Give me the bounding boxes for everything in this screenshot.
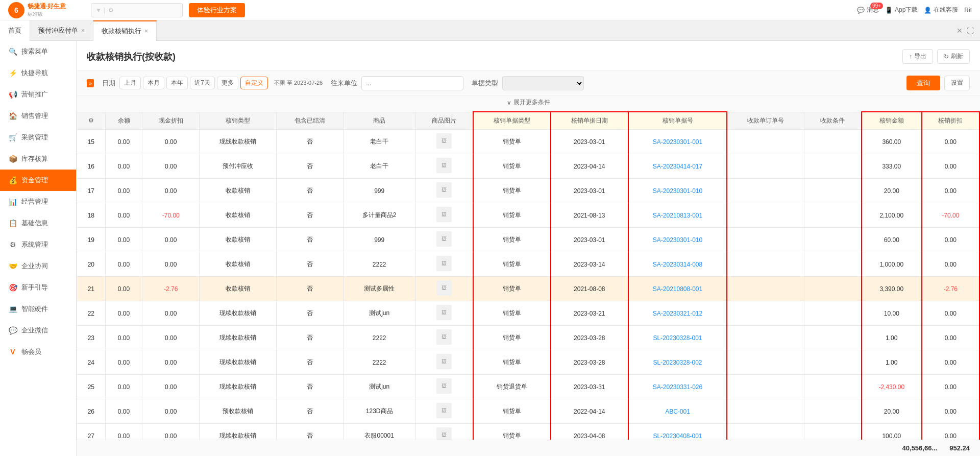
cell-bill-report-type: 销货单 <box>473 301 551 326</box>
partner-input[interactable] <box>361 76 463 90</box>
bill-no-link[interactable]: SA-20210808-001 <box>653 285 702 293</box>
sidebar-item-inventory[interactable]: 📦 库存核算 <box>0 148 76 170</box>
sidebar-label-wechat: 企业微信 <box>21 326 48 335</box>
bill-no-link[interactable]: SA-20230331-026 <box>653 383 702 391</box>
bill-no-link[interactable]: SL-20230408-001 <box>653 433 702 440</box>
cell-cancel-discount: 0.00 <box>922 252 979 277</box>
bill-no-link[interactable]: ABC-001 <box>665 408 690 415</box>
window-expand-icon[interactable]: ⛶ <box>967 27 974 35</box>
app-logo: 6 畅捷通·好生意 标准版 <box>8 2 85 18</box>
cell-goods-image: 🖼 <box>415 399 473 424</box>
date-buttons: 上月 本月 本年 近7天 更多 自定义 <box>119 77 268 89</box>
gear-icon[interactable]: ⚙ <box>108 7 114 14</box>
cell-bill-date: 2021-08-08 <box>551 277 628 301</box>
cell-cancel-discount: 0.00 <box>922 399 979 424</box>
tab-collection[interactable]: 收款核销执行 × <box>93 20 157 41</box>
tab-prepayment-label: 预付冲应付单 <box>38 26 78 35</box>
cell-collection-order-no <box>727 130 804 154</box>
cell-cash-discount: 0.00 <box>142 326 200 350</box>
cell-cash-discount: 0.00 <box>142 179 200 203</box>
data-table: ⚙ 余额 现金折扣 核销类型 包含已结清 商品 商品图片 核销单据类型 核销单据… <box>77 111 980 440</box>
sidebar-label-hardware: 智能硬件 <box>21 304 48 314</box>
trial-btn[interactable]: 体验行业方案 <box>189 3 245 17</box>
refresh-btn[interactable]: ↻ 刷新 <box>937 49 970 64</box>
cell-bill-date: 2023-04-14 <box>551 154 628 179</box>
bill-no-link[interactable]: SA-20230301-010 <box>653 236 702 244</box>
cell-cancel-type: 现续收款核销 <box>200 424 277 440</box>
date-btn-this-month[interactable]: 本月 <box>143 77 164 89</box>
sidebar-item-cooperation[interactable]: 🤝 企业协同 <box>0 255 76 277</box>
sidebar-item-sales[interactable]: 🏠 销售管理 <box>0 105 76 127</box>
sidebar-label-basic: 基础信息 <box>21 219 48 228</box>
message-btn[interactable]: 💬 消息 99+ <box>857 6 879 14</box>
tab-bar-actions: ✕ ⛶ <box>957 27 980 35</box>
sidebar-item-fund[interactable]: 💰 资金管理 <box>0 170 76 191</box>
export-btn[interactable]: ↑ 导出 <box>902 49 933 64</box>
setting-btn[interactable]: 设置 <box>944 76 970 90</box>
col-header-gear[interactable]: ⚙ <box>77 112 106 130</box>
cell-cancel-type: 现线收款核销 <box>200 130 277 154</box>
sidebar-item-hardware[interactable]: 💻 智能硬件 <box>0 298 76 320</box>
tab-prepayment[interactable]: 预付冲应付单 × <box>30 20 93 41</box>
window-close-icon[interactable]: ✕ <box>957 27 963 35</box>
service-icon: 👤 <box>924 7 932 14</box>
cell-bill-date: 2023-04-08 <box>551 424 628 440</box>
bill-no-link[interactable]: SA-20230314-008 <box>653 261 702 268</box>
cell-goods-image: 🖼 <box>415 350 473 375</box>
online-service-btn[interactable]: 👤 在线客服 <box>924 6 958 14</box>
top-search-bar: ▼ | ⚙ <box>91 3 183 17</box>
cell-bill-date: 2023-03-28 <box>551 326 628 350</box>
sidebar-label-cooperation: 企业协同 <box>21 261 48 271</box>
cell-collection-condition <box>804 277 861 301</box>
cell-seq: 23 <box>77 326 106 350</box>
bill-no-link[interactable]: SA-20210813-001 <box>653 212 702 219</box>
cell-cancel-type: 收款核销 <box>200 228 277 252</box>
date-btn-this-year[interactable]: 本年 <box>166 77 188 89</box>
collapse-btn[interactable]: » <box>87 79 94 87</box>
bill-no-link[interactable]: SA-20230414-017 <box>653 163 702 170</box>
app-download-btn[interactable]: 📱 App下载 <box>885 6 918 14</box>
sidebar-item-operation[interactable]: 📊 经营管理 <box>0 191 76 212</box>
user-name[interactable]: Rit <box>964 7 972 14</box>
cell-collection-condition <box>804 130 861 154</box>
bill-type-select[interactable] <box>502 76 584 90</box>
sidebar-item-wechat[interactable]: 💬 企业微信 <box>0 320 76 341</box>
cell-cancel-type: 现续收款核销 <box>200 375 277 399</box>
date-btn-custom[interactable]: 自定义 <box>240 77 268 89</box>
tab-home[interactable]: 首页 <box>0 20 30 41</box>
bill-no-link[interactable]: SA-20230301-010 <box>653 187 702 195</box>
svg-text:🖼: 🖼 <box>442 358 447 364</box>
sidebar-item-basic[interactable]: 📋 基础信息 <box>0 212 76 234</box>
cell-collection-condition <box>804 326 861 350</box>
sidebar-item-marketing[interactable]: 📢 营销推广 <box>0 84 76 105</box>
sales-icon: 🏠 <box>8 111 17 121</box>
sidebar-item-system[interactable]: ⚙ 系统管理 <box>0 234 76 255</box>
query-btn[interactable]: 查询 <box>906 76 940 90</box>
cell-balance: 0.00 <box>105 179 142 203</box>
table-container[interactable]: ⚙ 余额 现金折扣 核销类型 包含已结清 商品 商品图片 核销单据类型 核销单据… <box>77 111 980 440</box>
date-btn-more[interactable]: 更多 <box>217 77 238 89</box>
sidebar-item-search[interactable]: 🔍 搜索菜单 <box>0 41 76 62</box>
sidebar-item-member[interactable]: V 畅会员 <box>0 341 76 363</box>
cell-cancel-discount: 0.00 <box>922 350 979 375</box>
message-icon: 💬 <box>857 7 865 14</box>
bill-no-link[interactable]: SA-20230301-001 <box>653 138 702 146</box>
cell-include-settled: 否 <box>276 252 343 277</box>
cell-cancel-type: 现续收款核销 <box>200 350 277 375</box>
bill-no-link[interactable]: SL-20230328-002 <box>653 359 702 366</box>
total-discount-value: 952.24 <box>949 444 970 452</box>
bill-no-link[interactable]: SL-20230328-001 <box>653 334 702 342</box>
bill-no-link[interactable]: SA-20230321-012 <box>653 310 702 317</box>
date-btn-7days[interactable]: 近7天 <box>190 77 215 89</box>
date-btn-last-month[interactable]: 上月 <box>119 77 141 89</box>
tab-prepayment-close[interactable]: × <box>81 27 85 34</box>
cell-bill-report-type: 销货单 <box>473 228 551 252</box>
tab-collection-label: 收款核销执行 <box>102 27 141 36</box>
page-actions: ↑ 导出 ↻ 刷新 <box>902 49 970 64</box>
sidebar-item-purchase[interactable]: 🛒 采购管理 <box>0 127 76 148</box>
sidebar-item-quick-nav[interactable]: ⚡ 快捷导航 <box>0 62 76 84</box>
cell-cancel-amount: 10.00 <box>862 301 922 326</box>
tab-collection-close[interactable]: × <box>144 28 148 35</box>
expand-conditions-btn[interactable]: ∨ 展开更多条件 <box>87 98 970 107</box>
sidebar-item-guide[interactable]: 🎯 新手引导 <box>0 277 76 298</box>
